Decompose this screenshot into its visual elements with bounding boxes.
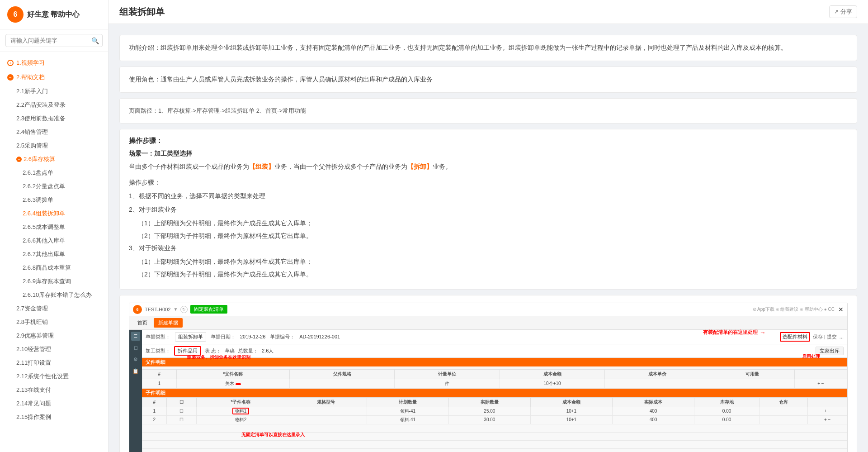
sidebar-item-faq[interactable]: 2.14常见问题 [0, 397, 108, 410]
sidebar-item-install[interactable]: 2.2产品安装及登录 [0, 98, 108, 112]
sidebar-item-finance[interactable]: 2.7资金管理 [0, 302, 108, 315]
mock-app-left: 6 TEST-H002 ▼ ↻ 固定装配清单 [133, 305, 227, 314]
sidebar-item-mgmt[interactable]: 2.10经营管理 [0, 343, 108, 356]
sidebar-item-other-in[interactable]: 2.6.6其他入库单 [0, 234, 108, 247]
feature-intro-card: 功能介绍：组装拆卸单用来处理企业组装或拆卸等加工业务，支持有固定装配清单的产品加… [119, 35, 857, 61]
feature-intro-text: 功能介绍：组装拆卸单用来处理企业组装或拆卸等加工业务，支持有固定装配清单的产品加… [129, 44, 787, 51]
mock-dropdown-icon: ▼ [173, 307, 178, 312]
sidebar-item-cost-recalc[interactable]: 2.6.8商品成本重算 [0, 261, 108, 275]
sidebar-item-mobile[interactable]: 2.8手机旺铺 [0, 315, 108, 329]
page-path-card: 页面路径：1、库存核算->库存管理->组装拆卸单 2、首页->常用功能 [119, 98, 857, 124]
table-row [142, 424, 847, 432]
mock-tab-home[interactable]: 首页 [133, 318, 152, 328]
sidebar-item-assembly[interactable]: 2.6.4组装拆卸单 [0, 207, 108, 220]
sidebar-item-cost-adj[interactable]: 2.6.5成本调整单 [0, 220, 108, 234]
step3-sub2: （2）下部明细为子件明细，最终作为产成品生成其它入库单。 [138, 269, 848, 280]
step2: 2、对于组装业务 [129, 205, 848, 215]
ann1-label: 有装配清单的在这里处理 [703, 329, 758, 336]
step3: 3、对于拆装业务 [129, 243, 848, 254]
sidebar-item-sales[interactable]: 2.4销售管理 [0, 125, 108, 139]
mock-td-avail [710, 379, 794, 388]
mock-more-btn[interactable]: ... [840, 334, 844, 339]
sidebar-header: 6 好生意 帮助中心 [0, 0, 108, 29]
mock-ann3: 启用处理 [802, 353, 820, 360]
mock-ctd-ops: + − [808, 407, 847, 415]
mock-status-value: 草稿 [225, 347, 235, 354]
mock-cth-warehouse: 库存地 [694, 397, 760, 407]
table-row [142, 448, 847, 452]
sidebar-item-inventory-fix[interactable]: 2.6.10库存账本错了怎么办 [0, 288, 108, 302]
mock-th-ops [794, 369, 847, 379]
mock-ctd-ops2: + − [808, 415, 847, 424]
mock-ann1: 有装配清单的在这里处理 → [703, 329, 766, 336]
mock-td-cost-price [605, 379, 710, 388]
sidebar-item-coupon[interactable]: 2.9优惠券管理 [0, 329, 108, 343]
plus-icon: + [7, 60, 14, 66]
mock-th-index: # [142, 369, 177, 379]
mock-empty-row5 [142, 440, 847, 448]
sidebar-item-newbie[interactable]: 2.1新手入门 [0, 85, 108, 98]
search-icon[interactable]: 🔍 [91, 37, 99, 44]
sidebar-item-video[interactable]: + 1.视频学习 [0, 56, 108, 70]
mock-green-btn[interactable]: 固定装配清单 [190, 305, 227, 314]
mock-parent-tbody: 1 关木 件 10个+10 [142, 379, 847, 388]
sidebar-item-stock-take[interactable]: 2.6.1盘点单 [0, 166, 108, 180]
mock-app-right: ⊙ App下载 ⊙ 给我建议 ⊙ 帮助中心 ● CC ✕ [753, 306, 844, 313]
mock-form-right: 选配件材料 保存 | 提交 ... [780, 332, 844, 342]
mock-ctd-check[interactable]: ☐ [166, 407, 197, 415]
mock-doc-type-value: 组装拆卸单 [175, 332, 206, 342]
mock-parent-thead: # *父件名称 父件规格 计量单位 成本金额 成本单价 可用量 [142, 369, 847, 379]
mock-close-icon[interactable]: ✕ [838, 306, 844, 313]
step1: 1、根据不同的业务，选择不同单据的类型来处理 [129, 191, 848, 202]
search-input[interactable] [5, 34, 103, 47]
mock-ctd-wh2b [760, 415, 808, 424]
mock-docno-label: 单据编号： [270, 333, 295, 340]
mock-save-btn[interactable]: 保存 | 提交 [813, 333, 837, 340]
sidebar-item-cases[interactable]: 2.15操作案例 [0, 410, 108, 424]
mock-sub-row: 加工类型： 拆件品用 状 态： 草稿 总数量： 2.6人 组装业务、拆卸业务在这… [142, 344, 847, 358]
mock-company: TEST-H002 [145, 307, 170, 312]
sidebar-item-purchase[interactable]: 2.5采购管理 [0, 139, 108, 152]
mock-ctd-spec [285, 407, 367, 415]
mock-tab-new[interactable]: 新建单据 [154, 318, 183, 328]
mock-tabs-row: 首页 新建单据 [129, 316, 847, 330]
mock-ctd-actual: 25.00 [448, 407, 530, 415]
sidebar-item-online-pay[interactable]: 2.13在线支付 [0, 383, 108, 397]
mock-cth-name: *子件名称 [197, 397, 285, 407]
sidebar-item-label: 1.视频学习 [16, 59, 45, 67]
share-button[interactable]: ↗ 分享 [829, 5, 857, 18]
mock-cth-index: # [142, 397, 167, 407]
mock-child-title: 子件明细 [146, 390, 165, 396]
mock-ctd-check2[interactable]: ☐ [166, 415, 197, 424]
mock-child-table: # ☐ *子件名称 规格型号 计划数量 实际数量 成本金额 实际成本 库存地 [142, 397, 847, 452]
mock-icon3: ⚙ [131, 355, 140, 364]
mock-th-qty-plan: 计量单位 [395, 369, 500, 379]
mock-td-row-ops: + − [794, 379, 847, 388]
sidebar-item-label: 2.帮助文档 [16, 73, 45, 81]
table-row: 2 ☐ 物料2 领料-41 30.00 10+1 400 0.00 [142, 415, 847, 424]
mock-logo: 6 [133, 305, 142, 314]
mock-parent-table: # *父件名称 父件规格 计量单位 成本金额 成本单价 可用量 [142, 369, 847, 389]
sidebar-item-inventory[interactable]: − 2.6库存核算 [0, 152, 108, 166]
minus-icon-small: − [16, 157, 22, 162]
user-role-card: 使用角色：通常由生产人员或库管人员完成拆装业务的操作，库管人员确认原材料的出库和… [119, 67, 857, 93]
ops-steps-block: 操作步骤： 1、根据不同的业务，选择不同单据的类型来处理 2、对于组装业务 （1… [129, 177, 848, 280]
mock-parent-value-box [236, 383, 241, 385]
user-role-text: 使用角色：通常由生产人员或库管人员完成拆装业务的操作，库管人员确认原材料的出库和… [129, 76, 433, 83]
ann4-label: 无固定清单可以直接在这里录入 [241, 432, 305, 438]
sidebar-item-transfer[interactable]: 2.6.3调拨单 [0, 193, 108, 207]
mock-form-header: 单据类型： 组装拆卸单 单据日期： 2019-12-26 单据编号： AD-20… [142, 330, 847, 344]
sidebar-item-other-out[interactable]: 2.6.7其他出库单 [0, 247, 108, 261]
ops-title: 操作步骤： [129, 137, 848, 145]
sidebar-item-print[interactable]: 2.11打印设置 [0, 356, 108, 370]
sidebar-item-docs[interactable]: − 2.帮助文档 [0, 70, 108, 85]
mock-child-header-row: # ☐ *子件名称 规格型号 计划数量 实际数量 成本金额 实际成本 库存地 [142, 397, 847, 407]
mock-ann4: 无固定清单可以直接在这里录入 [241, 432, 305, 438]
sidebar-item-data-prep[interactable]: 2.3使用前数据准备 [0, 112, 108, 125]
sidebar-item-inventory-query[interactable]: 2.6.9库存账本查询 [0, 275, 108, 288]
mock-confirm-btn[interactable]: 选配件材料 [783, 334, 807, 339]
sidebar-item-customize[interactable]: 2.12系统个性化设置 [0, 370, 108, 383]
mock-th-cost-price: 成本单价 [605, 369, 710, 379]
mock-cth-actual-qty: 实际数量 [448, 397, 530, 407]
sidebar-item-partial-take[interactable]: 2.6.2分量盘点单 [0, 180, 108, 193]
